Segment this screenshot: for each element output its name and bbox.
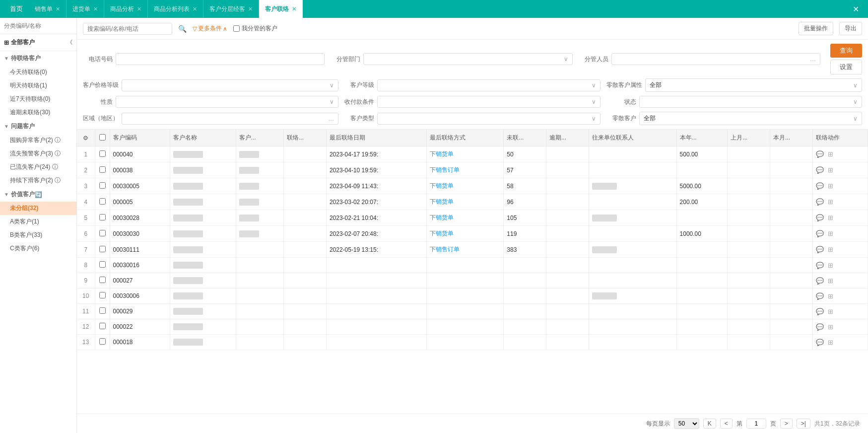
last-contact-method[interactable]	[427, 319, 504, 335]
person-select[interactable]: …	[611, 53, 820, 65]
status-select[interactable]: ∨	[639, 96, 862, 108]
row-checkbox[interactable]	[99, 214, 106, 220]
chat-icon[interactable]: 💬	[816, 277, 824, 285]
sidebar-item-churned[interactable]: 已流失客户(24) ⓘ	[0, 160, 76, 174]
select-all-checkbox[interactable]	[99, 134, 106, 141]
row-checkbox[interactable]	[99, 338, 106, 345]
last-contact-method[interactable]: 下销货单	[427, 146, 504, 162]
action-cell[interactable]: 💬 ⊞	[812, 273, 868, 289]
action-cell[interactable]: 💬 ⊞	[812, 210, 868, 226]
sidebar-item-tomorrow[interactable]: 明天待联络(1)	[0, 79, 76, 92]
sidebar-all-customers[interactable]: ⊞ 全部客户 《	[0, 34, 76, 51]
action-cell[interactable]: 💬 ⊞	[812, 162, 868, 178]
per-page-select[interactable]: 50 20 100	[674, 418, 699, 429]
sidebar-group-problem-header[interactable]: ▼ 问题客户	[0, 119, 76, 134]
sidebar-group-pending-header[interactable]: ▼ 待联络客户	[0, 51, 76, 66]
current-page-input[interactable]	[746, 419, 766, 429]
sidebar-item-declining[interactable]: 持续下滑客户(2) ⓘ	[0, 174, 76, 187]
action-cell[interactable]: 💬 ⊞	[812, 146, 868, 162]
row-checkbox[interactable]	[99, 246, 106, 252]
action-cell[interactable]: 💬 ⊞	[812, 335, 868, 350]
row-checkbox[interactable]	[99, 323, 106, 329]
chat-icon[interactable]: 💬	[816, 339, 824, 346]
global-close-button[interactable]: ✕	[848, 4, 864, 14]
payment-select[interactable]: ∨	[377, 96, 600, 108]
grid-action-icon[interactable]: ⊞	[828, 214, 833, 221]
last-page-button[interactable]: >|	[797, 419, 810, 429]
more-conditions-toggle[interactable]: ▽ 更多条件 ∧	[193, 24, 227, 33]
grid-action-icon[interactable]: ⊞	[828, 150, 833, 158]
refresh-icon[interactable]: 🔄	[35, 191, 42, 198]
close-sales-tab[interactable]: ✕	[56, 6, 60, 12]
chat-icon[interactable]: 💬	[816, 323, 824, 331]
last-contact-method[interactable]: 下销货单	[427, 226, 504, 242]
action-cell[interactable]: 💬 ⊞	[812, 289, 868, 304]
close-product-analysis-tab[interactable]: ✕	[137, 6, 141, 12]
action-cell[interactable]: 💬 ⊞	[812, 194, 868, 210]
sidebar-item-classB[interactable]: B类客户(33)	[0, 228, 76, 242]
grid-action-icon[interactable]: ⊞	[828, 246, 833, 253]
reset-button[interactable]: 设置	[830, 60, 862, 74]
action-cell[interactable]: 💬 ⊞	[812, 319, 868, 335]
customer-type-select[interactable]: ∨	[377, 113, 600, 125]
nav-tab-sales[interactable]: 销售单 ✕	[29, 0, 67, 18]
chat-icon[interactable]: 💬	[816, 182, 824, 190]
row-checkbox[interactable]	[99, 230, 106, 236]
chat-icon[interactable]: 💬	[816, 150, 824, 158]
grid-action-icon[interactable]: ⊞	[828, 323, 833, 331]
attribute-select[interactable]: 全部 ∨	[645, 78, 862, 92]
last-contact-method[interactable]	[427, 273, 504, 289]
nav-tab-purchase[interactable]: 进货单 ✕	[67, 0, 104, 18]
grid-action-icon[interactable]: ⊞	[828, 198, 833, 206]
chat-icon[interactable]: 💬	[816, 198, 824, 206]
chat-icon[interactable]: 💬	[816, 214, 824, 221]
chat-icon[interactable]: 💬	[816, 166, 824, 174]
row-checkbox[interactable]	[99, 198, 106, 205]
sidebar-item-abnormal[interactable]: 囤购异常客户(2) ⓘ	[0, 134, 76, 147]
first-page-button[interactable]: K	[703, 419, 716, 429]
last-contact-method[interactable]: 下销货单	[427, 178, 504, 194]
row-checkbox[interactable]	[99, 277, 106, 283]
chat-icon[interactable]: 💬	[816, 230, 824, 237]
close-customer-tier-tab[interactable]: ✕	[248, 6, 253, 12]
nav-home[interactable]: 首页	[4, 4, 29, 13]
action-cell[interactable]: 💬 ⊞	[812, 304, 868, 319]
last-contact-method[interactable]	[427, 304, 504, 319]
grid-action-icon[interactable]: ⊞	[828, 339, 833, 346]
sidebar-item-classA[interactable]: A类客户(1)	[0, 215, 76, 228]
last-contact-method[interactable]: 下销货单	[427, 210, 504, 226]
sidebar-item-classC[interactable]: C类客户(6)	[0, 242, 76, 255]
row-checkbox[interactable]	[99, 150, 106, 157]
chat-icon[interactable]: 💬	[816, 246, 824, 253]
my-customers-filter[interactable]: 我分管的客户	[233, 24, 277, 33]
last-contact-method[interactable]	[427, 335, 504, 350]
phone-input[interactable]	[116, 53, 325, 65]
row-checkbox[interactable]	[99, 261, 106, 268]
th-gear[interactable]: ⚙	[77, 130, 95, 146]
next-page-button[interactable]: >	[780, 419, 793, 429]
chat-icon[interactable]: 💬	[816, 292, 824, 300]
last-contact-method[interactable]: 下销售订单	[427, 162, 504, 178]
sidebar-group-value-header[interactable]: ▼ 价值客户 🔄	[0, 187, 76, 202]
grid-action-icon[interactable]: ⊞	[828, 277, 833, 285]
action-cell[interactable]: 💬 ⊞	[812, 258, 868, 273]
chat-icon[interactable]: 💬	[816, 308, 824, 315]
export-button[interactable]: 导出	[839, 22, 862, 35]
action-cell[interactable]: 💬 ⊞	[812, 226, 868, 242]
last-contact-method[interactable]: 下销货单	[427, 194, 504, 210]
sidebar-item-churn-warning[interactable]: 流失预警客户(3) ⓘ	[0, 147, 76, 160]
row-checkbox[interactable]	[99, 182, 106, 189]
row-checkbox[interactable]	[99, 292, 106, 298]
sidebar-item-ungroup[interactable]: 未分组(32)	[0, 202, 76, 215]
close-customer-contact-tab[interactable]: ✕	[292, 6, 296, 12]
prev-page-button[interactable]: <	[720, 419, 733, 429]
last-contact-method[interactable]: 下销售订单	[427, 242, 504, 258]
action-cell[interactable]: 💬 ⊞	[812, 178, 868, 194]
row-checkbox[interactable]	[99, 307, 106, 314]
sidebar-item-7days[interactable]: 近7天待联络(0)	[0, 92, 76, 106]
grid-action-icon[interactable]: ⊞	[828, 182, 833, 190]
grid-action-icon[interactable]: ⊞	[828, 292, 833, 300]
search-input[interactable]	[83, 23, 172, 35]
action-cell[interactable]: 💬 ⊞	[812, 242, 868, 258]
retail-customer-select[interactable]: 全部 ∨	[639, 112, 862, 125]
